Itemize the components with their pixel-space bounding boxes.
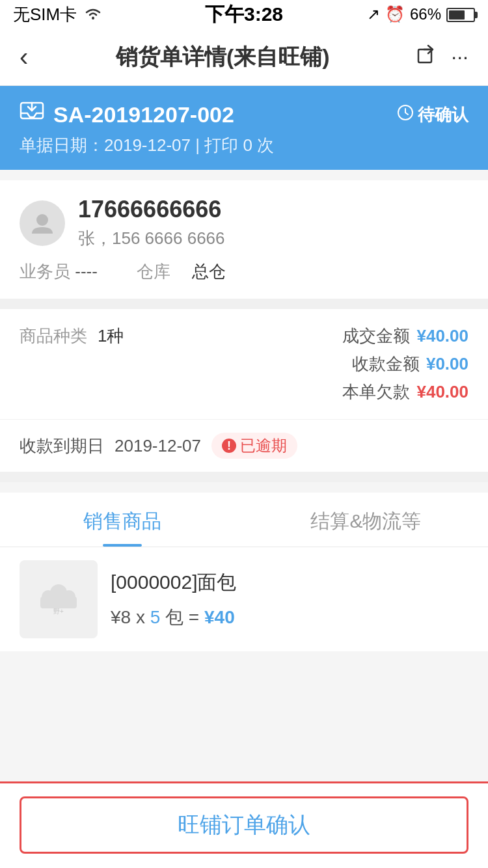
equals-sign: = [189, 607, 204, 627]
svg-text:野+: 野+ [53, 608, 64, 615]
product-type-label: 商品种类 [20, 325, 87, 347]
battery-percent: 66% [410, 5, 441, 23]
status-time: 下午3:28 [205, 1, 283, 28]
share-button[interactable] [417, 44, 438, 70]
page-title: 销货单详情(来自旺铺) [116, 42, 330, 72]
deal-amount-value: ¥40.00 [416, 326, 468, 346]
product-section: 野+ [0000002]面包 ¥8 x 5 包 = ¥40 [0, 547, 488, 651]
order-header: SA-20191207-002 待确认 单据日期：2019-12-07 | 打印… [0, 86, 488, 170]
multiply-sign: x [136, 607, 150, 627]
product-name: [0000002]面包 [111, 569, 468, 596]
back-button[interactable]: ‹ [20, 42, 28, 72]
product-type: 商品种类 1种 [20, 325, 124, 347]
warehouse-value: 总仓 [175, 262, 226, 281]
status-indicators: ↗ ⏰ 66% [367, 5, 475, 23]
svg-rect-9 [40, 597, 77, 608]
overdue-badge: ! 已逾期 [211, 433, 297, 459]
bottom-area: 旺铺订单确认 [0, 781, 488, 868]
order-number: SA-20191207-002 [53, 102, 234, 128]
svg-point-5 [36, 214, 48, 226]
alarm-icon: ⏰ [385, 5, 405, 23]
product-row: 野+ [0000002]面包 ¥8 x 5 包 = ¥40 [20, 560, 468, 638]
warning-icon: ! [222, 439, 236, 453]
summary-section: 商品种类 1种 成交金额 ¥40.00 收款金额 ¥0.00 本单欠款 ¥40.… [0, 309, 488, 419]
product-type-value: 1种 [98, 325, 124, 347]
sales-value: -- [75, 262, 86, 281]
tabs: 销售商品 结算&物流等 [0, 493, 488, 547]
customer-contact: 张，156 6666 6666 [78, 227, 225, 250]
location-icon: ↗ [367, 5, 380, 23]
amounts: 成交金额 ¥40.00 收款金额 ¥0.00 本单欠款 ¥40.00 [342, 325, 468, 403]
deal-amount: 成交金额 ¥40.00 [342, 325, 468, 347]
status-carrier: 无SIM卡 [13, 3, 103, 26]
nav-right: ··· [417, 44, 468, 70]
confirm-order-button[interactable]: 旺铺订单确认 [20, 796, 468, 854]
battery-icon [446, 5, 475, 23]
customer-row: 17666666666 张，156 6666 6666 [20, 196, 468, 250]
order-date: 单据日期：2019-12-07 | 打印 0 次 [20, 134, 468, 157]
unit-value: 包 [165, 607, 183, 627]
order-status: 待确认 [397, 103, 468, 126]
customer-section: 17666666666 张，156 6666 6666 业务员 ---- 仓库 … [0, 180, 488, 299]
due-section: 收款到期日 2019-12-07 ! 已逾期 [0, 419, 488, 472]
nav-left: ‹ [20, 42, 28, 72]
warehouse-label: 仓库 [137, 262, 170, 281]
carrier-text: 无SIM卡 [13, 3, 77, 26]
due-label: 收款到期日 [20, 435, 104, 457]
divider-1 [0, 299, 488, 309]
customer-info: 17666666666 张，156 6666 6666 [78, 196, 225, 250]
due-date: 2019-12-07 [115, 436, 201, 456]
summary-row: 商品种类 1种 成交金额 ¥40.00 收款金额 ¥0.00 本单欠款 ¥40.… [20, 325, 468, 403]
received-label: 收款金额 [352, 353, 420, 375]
product-info: [0000002]面包 ¥8 x 5 包 = ¥40 [111, 569, 468, 630]
order-inbox-icon [20, 102, 44, 128]
product-price: ¥8 x 5 包 = ¥40 [111, 605, 468, 630]
order-id-row: SA-20191207-002 待确认 [20, 102, 468, 128]
owed-amount: 本单欠款 ¥40.00 [342, 381, 468, 403]
status-text: 待确认 [418, 103, 468, 126]
sales-person: 业务员 ---- [20, 260, 98, 283]
owed-value: ¥40.00 [416, 382, 468, 402]
more-button[interactable]: ··· [451, 45, 468, 69]
svg-point-0 [92, 17, 94, 20]
received-value: ¥0.00 [426, 354, 468, 374]
received-amount: 收款金额 ¥0.00 [352, 353, 468, 375]
sales-value-dash: -- [87, 262, 98, 281]
customer-phone: 17666666666 [78, 196, 225, 223]
order-id-left: SA-20191207-002 [20, 102, 234, 128]
total-value: ¥40 [204, 607, 235, 627]
tab-sales-products[interactable]: 销售商品 [0, 493, 244, 547]
status-bar: 无SIM卡 下午3:28 ↗ ⏰ 66% [0, 0, 488, 29]
customer-meta: 业务员 ---- 仓库 总仓 [20, 260, 468, 283]
tab-settlement[interactable]: 结算&物流等 [244, 493, 488, 547]
owed-label: 本单欠款 [342, 381, 410, 403]
clock-icon [397, 104, 414, 126]
overdue-text: 已逾期 [240, 435, 287, 456]
sales-label: 业务员 [20, 262, 70, 281]
warehouse: 仓库 总仓 [137, 260, 226, 283]
price-value: ¥8 [111, 607, 131, 627]
avatar [20, 200, 65, 246]
qty-value: 5 [150, 607, 161, 627]
product-thumbnail: 野+ [20, 560, 98, 638]
deal-amount-label: 成交金额 [342, 325, 410, 347]
wifi-icon [83, 5, 103, 25]
empty-area [0, 651, 488, 781]
divider-2 [0, 472, 488, 482]
nav-bar: ‹ 销货单详情(来自旺铺) ··· [0, 29, 488, 86]
